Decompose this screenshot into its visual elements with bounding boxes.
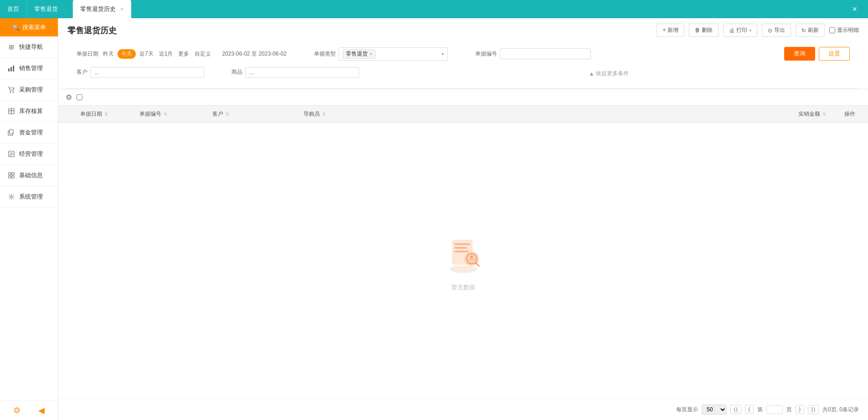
print-icon: 🖨 [729,27,734,34]
svg-point-3 [10,92,11,93]
next-page-button[interactable]: ⟩ [796,405,804,414]
sidebar-item-label-sales: 销售管理 [19,64,43,72]
date-filter-buttons: 昨天 今天 近7天 近1月 更多 自定义 [101,49,213,59]
sidebar-item-label-finance: 资金管理 [19,128,43,137]
sidebar-item-system[interactable]: 系统管理 [0,186,58,208]
print-caret: ▾ [749,28,751,33]
collapse-sidebar-icon[interactable]: ◀ [38,405,45,415]
type-filter-tag: 零售退货 × [343,49,375,59]
collapse-label: 收起更多条件 [596,70,629,77]
query-button[interactable]: 查询 [784,47,815,61]
svg-point-4 [13,92,14,93]
customer-filter-label: 客户 [77,68,87,76]
show-detail-checkbox-area[interactable]: 显示明细 [829,26,859,34]
customer-sort-icon: ⇅ [226,112,229,117]
date-btn-more[interactable]: 更多 [176,49,191,59]
goods-filter-input[interactable] [245,67,359,78]
page-header: 零售退货历史 + 新增 🗑 删除 🖨 🖨 打印 打印 ▾ ⊙ 导出 [58,18,868,89]
amount-sort-icon: ⇅ [822,112,826,117]
th-date-label: 单据日期 [80,111,102,117]
sidebar: 🔍 搜索菜单 ⊞ 快捷导航 销售管理 采购管理 [0,18,58,420]
refresh-button[interactable]: ↻ 刷新 [796,24,825,37]
window-close-button[interactable]: × [848,5,861,14]
date-btn-yesterday[interactable]: 昨天 [101,49,116,59]
th-num[interactable]: 单据编号 ⇅ [134,106,207,123]
th-spacer [366,106,777,123]
last-page-button[interactable]: ⟩⟩ [808,405,819,414]
sidebar-item-inventory[interactable]: 库存核算 [0,101,58,122]
th-guide-label: 导购员 [303,111,320,117]
date-filter-item: 单据日期 昨天 今天 近7天 近1月 更多 自定义 [77,49,213,59]
th-amount[interactable]: 实销金额 ⇅ [777,106,832,123]
tab-retail-return-history[interactable]: 零售退货历史 × [73,0,131,18]
quick-nav-icon: ⊞ [7,43,15,51]
collapse-up-icon: ▲ [589,71,595,77]
sidebar-item-operation[interactable]: 经营管理 [0,143,58,165]
page-number-input[interactable]: 1 [766,405,783,414]
purchase-icon [7,86,15,94]
date-range-item: 2023-06-02 至 2023-06-02 [222,50,286,58]
svg-point-18 [450,266,477,273]
top-bar: 首页 零售退货 × 零售退货历史 × × [0,0,868,18]
tab-retail-return[interactable]: 零售退货 × [27,0,73,18]
sidebar-item-quick-nav[interactable]: ⊞ 快捷导航 [0,36,58,58]
sidebar-item-label-basic: 基础信息 [19,171,43,179]
tab-retail-return-history-close[interactable]: × [120,6,123,12]
svg-rect-15 [9,176,11,178]
sidebar-item-label-quick-nav: 快捷导航 [19,43,43,51]
page-title: 零售退货历史 [67,25,117,36]
collapse-filter-button[interactable]: ▲ 收起更多条件 [587,68,631,79]
sidebar-item-label-operation: 经营管理 [19,150,43,158]
select-all-checkbox[interactable] [77,94,82,100]
date-btn-1month[interactable]: 近1月 [157,49,175,59]
tab-retail-return-close[interactable]: × [62,6,65,12]
prev-page-button[interactable]: ⟨ [745,405,754,414]
print-button[interactable]: 🖨 🖨 打印 打印 ▾ [723,24,757,37]
sidebar-menu: ⊞ 快捷导航 销售管理 采购管理 库存核算 [0,36,58,400]
th-num-label: 单据编号 [139,111,161,117]
per-page-select[interactable]: 10 20 50 100 [702,405,727,415]
th-customer[interactable]: 客户 ⇅ [207,106,298,123]
customer-filter-item: 客户 [77,67,204,78]
svg-rect-1 [10,67,12,72]
svg-rect-21 [454,247,467,249]
date-btn-today[interactable]: 今天 [118,49,136,59]
tab-home[interactable]: 首页 [0,0,27,18]
tab-home-label: 首页 [7,5,19,13]
tab-retail-return-history-label: 零售退货历史 [80,5,116,13]
top-bar-right: × [848,5,868,14]
type-filter-tag-close[interactable]: × [370,51,372,56]
svg-line-25 [476,263,479,266]
sidebar-item-sales[interactable]: 销售管理 [0,58,58,79]
sidebar-search[interactable]: 🔍 搜索菜单 [0,18,58,36]
th-date[interactable]: 单据日期 ⇅ [75,106,134,123]
bill-no-input[interactable] [500,48,591,59]
sidebar-item-purchase[interactable]: 采购管理 [0,79,58,101]
settings-icon[interactable]: ⚙ [13,405,21,415]
date-btn-7days[interactable]: 近7天 [138,49,155,59]
type-filter-tag-value: 零售退货 [346,50,368,58]
th-action-label: 操作 [844,111,855,117]
th-guide[interactable]: 导购员 ⇅ [298,106,366,123]
svg-rect-2 [13,66,14,72]
sidebar-item-finance[interactable]: 资金管理 [0,122,58,143]
bill-no-label: 单据编号 [475,50,497,58]
export-button[interactable]: ⊙ 导出 [762,24,791,37]
type-filter-select[interactable]: 零售退货 × ▾ [339,47,448,61]
table-toolbar: ⚙ [58,89,868,106]
setting-button[interactable]: 设置 [819,47,850,61]
th-customer-label: 客户 [212,111,223,117]
first-page-button[interactable]: ⟨⟨ [730,405,741,414]
table-header-row: 单据日期 ⇅ 单据编号 ⇅ 客户 ⇅ 导购员 ⇅ [58,106,868,123]
customer-filter-input[interactable] [90,67,204,78]
table-settings-icon[interactable]: ⚙ [66,93,72,102]
page-header-top: 零售退货历史 + 新增 🗑 删除 🖨 🖨 打印 打印 ▾ ⊙ 导出 [67,24,859,37]
svg-point-26 [470,256,473,258]
show-detail-label: 显示明细 [837,26,859,34]
sidebar-item-basic[interactable]: 基础信息 [0,165,58,186]
show-detail-checkbox[interactable] [829,27,835,33]
new-button[interactable]: + 新增 [657,24,684,37]
delete-button[interactable]: 🗑 删除 [689,24,719,37]
filter-row-2: 客户 商品 ▲ 收起更多条件 [77,65,850,79]
date-btn-custom[interactable]: 自定义 [193,49,213,59]
